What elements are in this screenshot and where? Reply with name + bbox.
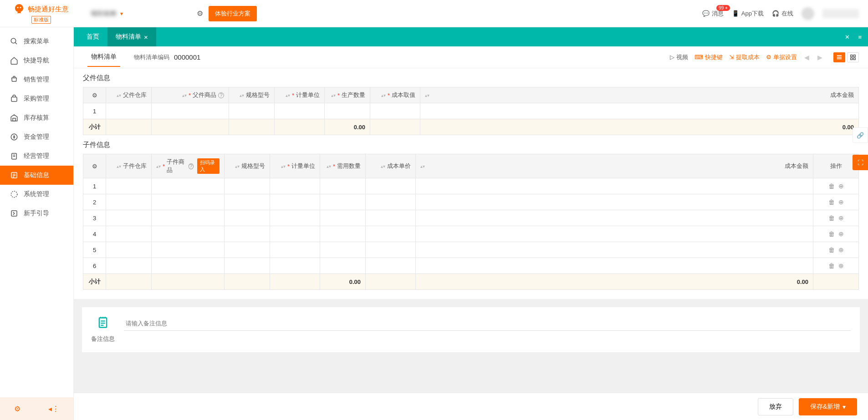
cell[interactable] bbox=[225, 194, 270, 210]
cell[interactable] bbox=[225, 226, 270, 242]
add-row-icon[interactable]: ⊕ bbox=[838, 214, 844, 222]
cell[interactable] bbox=[320, 194, 366, 210]
parent-col-qty[interactable]: ▴▾*生产数量 bbox=[325, 87, 370, 103]
close-icon[interactable]: × bbox=[144, 33, 148, 41]
cell[interactable] bbox=[106, 210, 152, 226]
cell[interactable] bbox=[152, 194, 225, 210]
sidebar-item-quicknav[interactable]: 快捷导航 bbox=[0, 51, 73, 70]
attachment-float-tab[interactable]: 🔗 bbox=[853, 127, 868, 143]
child-col-unit[interactable]: ▴▾*计量单位 bbox=[270, 154, 320, 178]
table-row[interactable]: 2🗑⊕ bbox=[83, 194, 859, 210]
cell[interactable] bbox=[366, 178, 416, 194]
delete-row-icon[interactable]: 🗑 bbox=[828, 230, 835, 238]
cell[interactable] bbox=[229, 103, 275, 119]
cell[interactable] bbox=[106, 103, 152, 119]
cell[interactable] bbox=[106, 178, 152, 194]
child-col-qty[interactable]: ▴▾*需用数量 bbox=[320, 154, 366, 178]
cell[interactable] bbox=[320, 258, 366, 274]
delete-row-icon[interactable]: 🗑 bbox=[828, 214, 835, 222]
cell[interactable] bbox=[106, 226, 152, 242]
cell[interactable] bbox=[152, 242, 225, 258]
sidebar-settings-icon[interactable]: ⚙ bbox=[14, 405, 20, 413]
delete-row-icon[interactable]: 🗑 bbox=[828, 182, 835, 190]
cell[interactable] bbox=[270, 258, 320, 274]
child-col-warehouse[interactable]: ▴▾子件仓库 bbox=[106, 154, 152, 178]
app-download-button[interactable]: 📱 App下载 bbox=[732, 10, 764, 18]
tabbar-close-icon[interactable]: ✕ bbox=[843, 32, 852, 42]
org-selector[interactable]: 组织名称 ▾ bbox=[91, 10, 191, 18]
help-icon[interactable]: ? bbox=[218, 92, 224, 98]
table-row[interactable]: 5🗑⊕ bbox=[83, 242, 859, 258]
discard-button[interactable]: 放弃 bbox=[758, 398, 793, 415]
shortcut-action[interactable]: ⌨ 快捷键 bbox=[694, 53, 723, 61]
cell[interactable] bbox=[270, 226, 320, 242]
child-col-product[interactable]: ▴▾*子件商品?扫码录入 bbox=[152, 154, 225, 178]
child-col-cost-amount[interactable]: ▴▾成本金额 bbox=[416, 154, 813, 178]
cell[interactable] bbox=[152, 258, 225, 274]
add-row-icon[interactable]: ⊕ bbox=[838, 198, 844, 206]
cell[interactable] bbox=[225, 210, 270, 226]
expand-float-tab[interactable]: ⛶ bbox=[853, 155, 868, 170]
sidebar-item-baseinfo[interactable]: 基础信息 bbox=[0, 166, 73, 185]
gear-column-header[interactable]: ⚙ bbox=[83, 154, 106, 178]
grid-view-toggle[interactable] bbox=[847, 52, 859, 62]
cell[interactable] bbox=[152, 178, 225, 194]
tabbar-menu-icon[interactable]: ≡ bbox=[856, 32, 863, 42]
cell[interactable] bbox=[416, 226, 813, 242]
cell[interactable] bbox=[152, 103, 229, 119]
add-row-icon[interactable]: ⊕ bbox=[838, 182, 844, 190]
cell[interactable] bbox=[320, 226, 366, 242]
table-row[interactable]: 4🗑⊕ bbox=[83, 226, 859, 242]
doc-settings-action[interactable]: ⚙ 单据设置 bbox=[766, 53, 797, 61]
parent-col-cost-method[interactable]: ▴▾*成本取值 bbox=[370, 87, 420, 103]
sidebar-item-inventory[interactable]: 库存核算 bbox=[0, 108, 73, 127]
cell[interactable] bbox=[270, 210, 320, 226]
add-row-icon[interactable]: ⊕ bbox=[838, 230, 844, 238]
cell[interactable] bbox=[275, 103, 325, 119]
cell[interactable] bbox=[225, 242, 270, 258]
cell[interactable] bbox=[225, 258, 270, 274]
table-row[interactable]: 1 bbox=[83, 103, 859, 119]
cell[interactable] bbox=[270, 242, 320, 258]
sidebar-item-guide[interactable]: 新手引导 bbox=[0, 204, 73, 223]
parent-col-cost-amount[interactable]: ▴▾成本金额 bbox=[420, 87, 859, 103]
cell[interactable] bbox=[270, 194, 320, 210]
list-view-toggle[interactable] bbox=[833, 52, 845, 62]
child-col-spec[interactable]: ▴▾规格型号 bbox=[225, 154, 270, 178]
parent-col-spec[interactable]: ▴▾规格型号 bbox=[229, 87, 275, 103]
cell[interactable] bbox=[416, 178, 813, 194]
settings-gear-icon[interactable]: ⚙ bbox=[197, 9, 203, 18]
cell[interactable] bbox=[366, 226, 416, 242]
delete-row-icon[interactable]: 🗑 bbox=[828, 262, 835, 269]
sidebar-item-finance[interactable]: 资金管理 bbox=[0, 127, 73, 147]
delete-row-icon[interactable]: 🗑 bbox=[828, 246, 835, 253]
next-arrow-icon[interactable]: ▶ bbox=[817, 54, 823, 61]
remarks-input[interactable] bbox=[124, 316, 851, 331]
parent-col-product[interactable]: ▴▾*父件商品? bbox=[152, 87, 229, 103]
sidebar-item-sales[interactable]: 销售管理 bbox=[0, 70, 73, 89]
tab-home[interactable]: 首页 bbox=[78, 27, 107, 46]
prev-arrow-icon[interactable]: ◀ bbox=[803, 54, 810, 61]
tab-bom[interactable]: 物料清单 × bbox=[107, 27, 156, 46]
cell[interactable] bbox=[416, 258, 813, 274]
parent-col-warehouse[interactable]: ▴▾父件仓库 bbox=[106, 87, 152, 103]
avatar[interactable] bbox=[802, 7, 814, 20]
add-row-icon[interactable]: ⊕ bbox=[838, 262, 844, 269]
cell[interactable] bbox=[370, 103, 420, 119]
cell[interactable] bbox=[320, 242, 366, 258]
logo[interactable]: 畅捷通好生意 bbox=[14, 3, 69, 15]
cell[interactable] bbox=[320, 210, 366, 226]
cell[interactable] bbox=[106, 194, 152, 210]
cell[interactable] bbox=[416, 194, 813, 210]
scan-button[interactable]: 扫码录入 bbox=[197, 158, 220, 174]
cell[interactable] bbox=[366, 194, 416, 210]
extract-cost-action[interactable]: ⇲ 提取成本 bbox=[729, 53, 760, 61]
cell[interactable] bbox=[106, 258, 152, 274]
promo-button[interactable]: 体验行业方案 bbox=[209, 6, 257, 21]
add-row-icon[interactable]: ⊕ bbox=[838, 246, 844, 253]
cell[interactable] bbox=[366, 242, 416, 258]
sidebar-item-operation[interactable]: 经营管理 bbox=[0, 147, 73, 166]
cell[interactable] bbox=[420, 103, 859, 119]
child-col-cost-price[interactable]: ▴▾成本单价 bbox=[366, 154, 416, 178]
cell[interactable] bbox=[225, 178, 270, 194]
